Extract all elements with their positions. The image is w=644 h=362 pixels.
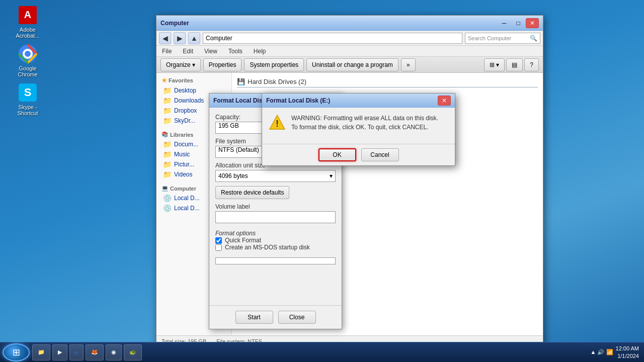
skype-icon: S: [18, 82, 38, 103]
progress-bar: [215, 257, 336, 264]
format-dialog-buttons: Start Close: [209, 305, 342, 329]
chrome-taskbar-icon: ◉: [111, 349, 116, 355]
chevron-down-icon: ▾: [192, 61, 195, 68]
view-toggle-button[interactable]: ⊞ ▾: [484, 58, 505, 71]
startup-disk-row: Create an MS-DOS startup disk: [215, 244, 336, 251]
up-button[interactable]: ▲: [188, 32, 200, 44]
taskbar-item-media[interactable]: ▶: [52, 344, 67, 360]
quick-format-label: Quick Format: [225, 237, 261, 244]
skype-label: Skype - Shortcut: [10, 104, 45, 116]
taskbar-clock: 12:00 AM 1/1/2024: [616, 345, 639, 359]
firefox-icon: 🦊: [91, 349, 98, 355]
allocation-select[interactable]: 4096 bytes ▾: [215, 170, 336, 182]
desktop-icon-skype[interactable]: S Skype - Shortcut: [10, 82, 45, 116]
search-icon: 🔍: [530, 35, 537, 42]
close-button[interactable]: Close: [278, 311, 316, 324]
folder-icon: 📁: [163, 170, 172, 178]
folder-icon: 📁: [163, 160, 172, 168]
cancel-button[interactable]: Cancel: [361, 148, 399, 161]
drive-icon: 💿: [163, 194, 172, 202]
start-button[interactable]: Start: [235, 311, 273, 324]
properties-button[interactable]: Properties: [203, 58, 242, 71]
taskbar-item-app6[interactable]: 🐢: [124, 344, 142, 360]
warning-line1: WARNING: Formatting will erase ALL data …: [291, 114, 438, 123]
folder-icon: 📁: [163, 86, 172, 95]
taskbar-items: 📁 ▶ e 🦊 ◉ 🐢: [32, 344, 142, 360]
address-bar[interactable]: Computer: [203, 33, 462, 44]
chevron-down-icon: ▾: [330, 172, 333, 179]
desktop-icon-chrome[interactable]: Google Chrome: [10, 44, 45, 77]
volume-label-label: Volume label: [215, 203, 336, 210]
folder-icon: 📁: [163, 97, 172, 105]
taskbar-item-explorer[interactable]: 📁: [32, 344, 50, 360]
quick-format-checkbox[interactable]: [215, 237, 222, 244]
quick-format-row: Quick Format: [215, 237, 336, 244]
warning-close-x[interactable]: ✕: [438, 96, 451, 106]
ie-icon: e: [75, 349, 78, 355]
desktop-icon-adobe[interactable]: A Adobe Acrobat...: [10, 5, 45, 39]
folder-icon: 📁: [163, 140, 172, 148]
folder-icon: 📁: [163, 107, 172, 115]
star-icon: ★: [162, 77, 167, 84]
warning-dialog: Format Local Disk (E:) ✕ ! WARNING: Form…: [262, 93, 455, 166]
file-explorer-icon: 📁: [38, 349, 45, 355]
restore-defaults-button[interactable]: Restore device defaults: [215, 186, 289, 199]
volume-label-input[interactable]: [215, 211, 336, 223]
warning-icon: !: [268, 114, 286, 132]
menu-bar: File Edit View Tools Help: [156, 46, 543, 57]
menu-view[interactable]: View: [201, 47, 220, 56]
menu-tools[interactable]: Tools: [225, 47, 246, 56]
drive-icon: 💿: [163, 204, 172, 212]
start-button[interactable]: [3, 343, 30, 361]
menu-edit[interactable]: Edit: [180, 47, 196, 56]
system-properties-button[interactable]: System properties: [244, 58, 304, 71]
menu-help[interactable]: Help: [251, 47, 269, 56]
ok-button[interactable]: OK: [318, 148, 356, 161]
app6-icon: 🐢: [129, 349, 136, 355]
menu-file[interactable]: File: [159, 47, 175, 56]
warning-buttons: OK Cancel: [262, 144, 455, 165]
address-text: Computer: [206, 35, 232, 42]
warning-titlebar: Format Local Disk (E:) ✕: [262, 94, 455, 108]
svg-point-5: [25, 51, 30, 56]
adobe-label: Adobe Acrobat...: [10, 27, 45, 39]
media-player-icon: ▶: [58, 349, 62, 355]
explorer-titlebar: Computer ─ □ ✕: [156, 16, 543, 31]
svg-text:!: !: [276, 119, 279, 129]
chrome-label: Google Chrome: [10, 65, 45, 77]
desktop: A Adobe Acrobat... Google Chrome: [0, 0, 644, 362]
hard-disk-icon: 💾: [237, 78, 245, 85]
svg-text:S: S: [24, 86, 32, 99]
search-placeholder: Search Computer: [468, 35, 511, 41]
restore-section: Restore device defaults: [215, 186, 336, 199]
taskbar-item-ie[interactable]: e: [69, 344, 84, 360]
warning-message: WARNING: Formatting will erase ALL data …: [291, 114, 438, 132]
organize-button[interactable]: Organize ▾: [160, 58, 201, 71]
warning-line2: To format the disk, click OK. To quit, c…: [291, 123, 438, 132]
preview-button[interactable]: ▤: [506, 58, 523, 71]
chrome-icon: [18, 44, 38, 64]
startup-disk-checkbox[interactable]: [215, 244, 222, 251]
forward-button[interactable]: ▶: [174, 32, 186, 44]
back-button[interactable]: ◀: [159, 32, 171, 44]
help-button[interactable]: ?: [524, 58, 539, 71]
favorites-header: ★ Favorites: [159, 75, 229, 85]
startup-disk-label: Create an MS-DOS startup disk: [225, 244, 310, 251]
more-commands-button[interactable]: »: [401, 58, 416, 71]
taskbar-item-chrome[interactable]: ◉: [106, 344, 122, 360]
warning-title: Format Local Disk (E:): [266, 97, 438, 104]
command-bar: Organize ▾ Properties System properties …: [156, 57, 543, 73]
tray-icons: ▲ 🔊 📶: [591, 349, 613, 355]
taskbar: 📁 ▶ e 🦊 ◉ 🐢 ▲ 🔊 📶 12:00 AM 1/1/2024: [0, 342, 644, 362]
uninstall-button[interactable]: Uninstall or change a program: [306, 58, 398, 71]
explorer-title: Computer: [160, 20, 498, 27]
close-button[interactable]: ✕: [526, 18, 539, 28]
volume-label-section: Volume label: [215, 203, 336, 223]
explorer-toolbar: ◀ ▶ ▲ Computer Search Computer 🔍: [156, 31, 543, 46]
computer-icon: 💻: [162, 185, 169, 192]
maximize-button[interactable]: □: [512, 18, 525, 28]
search-bar[interactable]: Search Computer 🔍: [465, 33, 540, 44]
folder-icon: 📁: [163, 117, 172, 125]
minimize-button[interactable]: ─: [498, 18, 511, 28]
taskbar-item-firefox[interactable]: 🦊: [86, 344, 104, 360]
